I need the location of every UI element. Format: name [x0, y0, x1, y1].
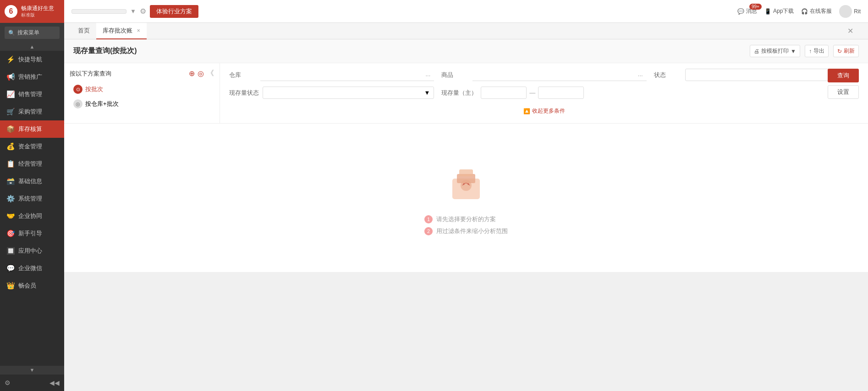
- wechat-icon: 💬: [6, 264, 15, 272]
- status-label: 状态: [654, 71, 681, 79]
- inventory-icon: 📦: [6, 125, 15, 133]
- sidebar-item-label: 营销推广: [18, 73, 42, 81]
- sidebar-search-button[interactable]: 🔍 搜索菜单: [5, 27, 60, 39]
- empty-tips: 1 请先选择要分析的方案 2 用过滤条件来缩小分析范围: [424, 215, 508, 235]
- collapse-up-icon: 🔼: [523, 108, 530, 114]
- svg-point-3: [461, 180, 472, 191]
- inventory-status-field: 现存量状态 ▼: [229, 87, 434, 99]
- tab-close-right-button[interactable]: ✕: [840, 22, 861, 40]
- collapse-scheme-button[interactable]: 《: [207, 69, 214, 78]
- tab-close-button[interactable]: ×: [137, 27, 140, 34]
- scheme-item-batch[interactable]: ⊙ 按批次: [70, 82, 214, 97]
- sidebar-item-quicknav[interactable]: ⚡ 快捷导航: [0, 51, 64, 68]
- sidebar-item-marketing[interactable]: 📢 营销推广: [0, 68, 64, 86]
- sidebar-item-wechat[interactable]: 💬 企业微信: [0, 260, 64, 277]
- inventory-status-select[interactable]: ▼: [263, 87, 434, 99]
- main-area: ▼ ⚙ 体验行业方案 💬 消息 99+ 📱 App下载 🎧 在线客服 Rit: [64, 0, 868, 391]
- trial-button[interactable]: 体验行业方案: [150, 5, 198, 18]
- customer-service-action[interactable]: 🎧 在线客服: [801, 7, 832, 15]
- tab-batch[interactable]: 库存批次账 ×: [96, 23, 147, 39]
- sidebar-item-label: 快捷导航: [18, 55, 42, 64]
- add-scheme-button[interactable]: ⊕: [189, 69, 195, 78]
- settings-footer-button[interactable]: ⚙: [5, 379, 11, 386]
- topbar-dropdown-arrow[interactable]: ▼: [130, 8, 136, 15]
- app-download-action[interactable]: 📱 App下载: [764, 7, 794, 15]
- scheme-label-warehouse-batch: 按仓库+批次: [85, 100, 119, 108]
- quicknav-icon: ⚡: [6, 55, 15, 64]
- user-profile-action[interactable]: Rit: [839, 5, 861, 18]
- sidebar-item-operation[interactable]: 📋 经营管理: [0, 155, 64, 173]
- sidebar-item-newbie[interactable]: 🎯 新手引导: [0, 225, 64, 242]
- settings-scheme-button[interactable]: ◎: [198, 69, 204, 78]
- sidebar-logo: 6: [5, 5, 17, 18]
- filter-fields-panel: 仓库 ··· 商品: [220, 63, 868, 123]
- export-button[interactable]: ↑ 导出: [805, 45, 829, 57]
- svg-point-5: [467, 183, 469, 185]
- page-header: 现存量查询(按批次) 🖨 按模板打印 ▼ ↑ 导出 ↻ 刷新: [64, 39, 868, 63]
- sidebar-item-label: 企业微信: [18, 264, 42, 272]
- product-label: 商品: [441, 71, 469, 79]
- empty-tip-2: 2 用过滤条件来缩小分析范围: [424, 227, 508, 235]
- svg-rect-2: [459, 169, 473, 176]
- inventory-qty-field: 现存量（主） —: [441, 87, 646, 99]
- warehouse-input[interactable]: [260, 69, 434, 81]
- product-more-icon[interactable]: ···: [638, 71, 643, 78]
- sidebar-item-basic[interactable]: 🗃️ 基础信息: [0, 173, 64, 190]
- sidebar-item-label: 基础信息: [18, 177, 42, 185]
- sidebar-item-system[interactable]: ⚙️ 系统管理: [0, 190, 64, 207]
- sidebar-item-inventory[interactable]: 📦 库存核算: [0, 120, 64, 138]
- sidebar-header: 6 畅康通好生意 标准版: [0, 0, 64, 23]
- message-action[interactable]: 💬 消息 99+: [737, 7, 757, 15]
- warehouse-field: 仓库 ···: [229, 69, 434, 81]
- filter-settings-button[interactable]: 设置: [828, 85, 859, 99]
- page-title: 现存量查询(按批次): [73, 46, 137, 56]
- inventory-qty-label: 现存量（主）: [441, 89, 477, 97]
- filter-row-1: 仓库 ··· 商品: [229, 69, 859, 81]
- scheme-item-warehouse-batch[interactable]: ◎ 按仓库+批次: [70, 97, 214, 111]
- sidebar-item-finance[interactable]: 💰 资金管理: [0, 138, 64, 155]
- refresh-button[interactable]: ↻ 刷新: [833, 45, 859, 57]
- print-button[interactable]: 🖨 按模板打印 ▼: [750, 45, 800, 57]
- collapse-sidebar-button[interactable]: ◀◀: [49, 379, 60, 386]
- tabs-container: 首页 库存批次账 × ✕: [71, 22, 861, 40]
- warehouse-more-icon[interactable]: ···: [425, 71, 430, 78]
- tab-home[interactable]: 首页: [71, 23, 96, 39]
- app-download-label: App下载: [773, 7, 794, 15]
- collapse-filter-button[interactable]: 🔼 收起更多条件: [229, 104, 859, 118]
- filter-panel: 按以下方案查询 ⊕ ◎ 《 ⊙ 按批次 ◎ 按仓库+批次: [64, 63, 868, 124]
- page-actions: 🖨 按模板打印 ▼ ↑ 导出 ↻ 刷新: [750, 45, 859, 57]
- scheme-icon-warehouse-batch: ◎: [73, 99, 82, 109]
- sidebar-item-enterprise[interactable]: 🤝 企业协同: [0, 207, 64, 225]
- sidebar-item-label: 新手引导: [18, 229, 42, 238]
- sidebar-scroll-down[interactable]: ▼: [0, 366, 64, 374]
- sidebar-item-appcenter[interactable]: 🔲 应用中心: [0, 242, 64, 260]
- topbar-right: 💬 消息 99+ 📱 App下载 🎧 在线客服 Rit: [737, 5, 861, 18]
- scheme-label-batch: 按批次: [85, 85, 103, 93]
- sidebar-item-sales[interactable]: 📈 销售管理: [0, 86, 64, 103]
- sidebar-item-label: 经营管理: [18, 160, 42, 168]
- filter-row-2: 现存量状态 ▼ 现存量（主）: [229, 87, 859, 99]
- sidebar: 6 畅康通好生意 标准版 🔍 搜索菜单 ▲ ⚡ 快捷导航 📢 营销推广 📈 销售…: [0, 0, 64, 391]
- topbar-gear-icon[interactable]: ⚙: [140, 7, 146, 16]
- scheme-actions: ⊕ ◎ 《: [189, 69, 214, 78]
- sidebar-item-purchase[interactable]: 🛒 采购管理: [0, 103, 64, 120]
- customer-service-label: 在线客服: [810, 7, 832, 15]
- enterprise-icon: 🤝: [6, 212, 15, 220]
- sidebar-search-section[interactable]: 🔍 搜索菜单: [0, 23, 64, 43]
- inventory-qty-min[interactable]: [481, 87, 527, 99]
- product-input[interactable]: [472, 69, 646, 81]
- sidebar-scroll-up[interactable]: ▲: [0, 43, 64, 51]
- sidebar-item-label: 资金管理: [18, 142, 42, 151]
- query-button[interactable]: 查询: [828, 69, 859, 82]
- sidebar-item-member[interactable]: 👑 畅会员: [0, 277, 64, 294]
- topbar-search-box: [71, 9, 126, 14]
- appcenter-icon: 🔲: [6, 247, 15, 255]
- username-label: Rit: [854, 8, 861, 15]
- sidebar-brand: 畅康通好生意 标准版: [21, 5, 54, 18]
- inventory-qty-max[interactable]: [538, 87, 584, 99]
- qty-separator: —: [529, 89, 535, 96]
- topbar: ▼ ⚙ 体验行业方案 💬 消息 99+ 📱 App下载 🎧 在线客服 Rit: [64, 0, 868, 23]
- content-area: 现存量查询(按批次) 🖨 按模板打印 ▼ ↑ 导出 ↻ 刷新: [64, 39, 868, 391]
- inventory-qty-range: —: [481, 87, 646, 99]
- page: 现存量查询(按批次) 🖨 按模板打印 ▼ ↑ 导出 ↻ 刷新: [64, 39, 868, 272]
